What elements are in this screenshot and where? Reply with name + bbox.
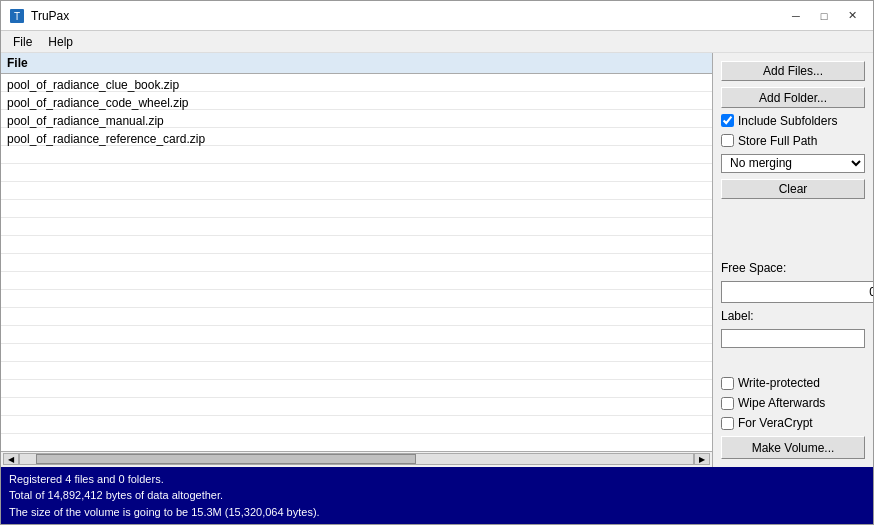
store-full-path-row: Store Full Path [721,134,865,148]
for-veracrypt-label: For VeraCrypt [738,416,813,430]
spacer-2 [721,354,865,371]
svg-text:T: T [14,11,20,22]
table-row-empty [1,164,712,182]
title-bar: T TruPax ─ □ ✕ [1,1,873,31]
status-line-1: Registered 4 files and 0 folders. [9,471,865,488]
wipe-afterwards-row: Wipe Afterwards [721,396,865,410]
for-veracrypt-checkbox[interactable] [721,417,734,430]
window-controls: ─ □ ✕ [783,6,865,26]
table-row-empty [1,218,712,236]
status-line-2: Total of 14,892,412 bytes of data altoge… [9,487,865,504]
write-protected-row: Write-protected [721,376,865,390]
make-volume-button[interactable]: Make Volume... [721,436,865,458]
for-veracrypt-row: For VeraCrypt [721,416,865,430]
app-icon: T [9,8,25,24]
free-space-input[interactable] [721,281,873,303]
scroll-right-button[interactable]: ▶ [694,453,710,465]
scroll-left-button[interactable]: ◀ [3,453,19,465]
file-table-header: File [1,53,712,74]
table-row-empty [1,290,712,308]
spacer-1 [721,205,865,255]
table-row-empty [1,326,712,344]
wipe-afterwards-label: Wipe Afterwards [738,396,825,410]
include-subfolders-row: Include Subfolders [721,114,865,128]
table-row-empty [1,182,712,200]
main-window: T TruPax ─ □ ✕ File Help File pool_of_ra… [0,0,874,525]
scrollbar-area: ◀ ▶ [1,451,712,467]
free-space-row [721,281,865,303]
store-full-path-label: Store Full Path [738,134,817,148]
table-row-empty [1,272,712,290]
table-row-empty [1,380,712,398]
file-list-area: File pool_of_radiance_clue_book.zippool_… [1,53,713,467]
table-row[interactable]: pool_of_radiance_reference_card.zip [1,128,712,146]
close-button[interactable]: ✕ [839,6,865,26]
table-row-empty [1,434,712,451]
main-content: File pool_of_radiance_clue_book.zippool_… [1,53,873,467]
right-panel: Add Files... Add Folder... Include Subfo… [713,53,873,467]
table-row[interactable]: pool_of_radiance_clue_book.zip [1,74,712,92]
table-row-empty [1,308,712,326]
table-row-empty [1,146,712,164]
clear-button[interactable]: Clear [721,179,865,199]
free-space-label: Free Space: [721,261,865,275]
table-row-empty [1,416,712,434]
maximize-button[interactable]: □ [811,6,837,26]
label-input[interactable] [721,329,865,348]
wipe-afterwards-checkbox[interactable] [721,397,734,410]
status-bar: Registered 4 files and 0 folders. Total … [1,467,873,525]
table-row-empty [1,254,712,272]
file-table-body[interactable]: pool_of_radiance_clue_book.zippool_of_ra… [1,74,712,451]
file-table: File pool_of_radiance_clue_book.zippool_… [1,53,712,451]
table-row[interactable]: pool_of_radiance_manual.zip [1,110,712,128]
store-full-path-checkbox[interactable] [721,134,734,147]
table-row-empty [1,200,712,218]
table-row-empty [1,398,712,416]
label-label: Label: [721,309,865,323]
write-protected-checkbox[interactable] [721,377,734,390]
menu-help[interactable]: Help [40,33,81,51]
add-files-button[interactable]: Add Files... [721,61,865,81]
add-folder-button[interactable]: Add Folder... [721,87,865,107]
table-row-empty [1,236,712,254]
menu-bar: File Help [1,31,873,53]
table-row-empty [1,344,712,362]
h-scrollbar-thumb[interactable] [36,454,416,464]
write-protected-label: Write-protected [738,376,820,390]
include-subfolders-checkbox[interactable] [721,114,734,127]
merge-select[interactable]: No merging [721,154,865,173]
include-subfolders-label: Include Subfolders [738,114,837,128]
window-title: TruPax [31,9,783,23]
table-row-empty [1,362,712,380]
minimize-button[interactable]: ─ [783,6,809,26]
menu-file[interactable]: File [5,33,40,51]
h-scrollbar[interactable] [19,453,694,465]
table-row[interactable]: pool_of_radiance_code_wheel.zip [1,92,712,110]
status-line-3: The size of the volume is going to be 15… [9,504,865,521]
